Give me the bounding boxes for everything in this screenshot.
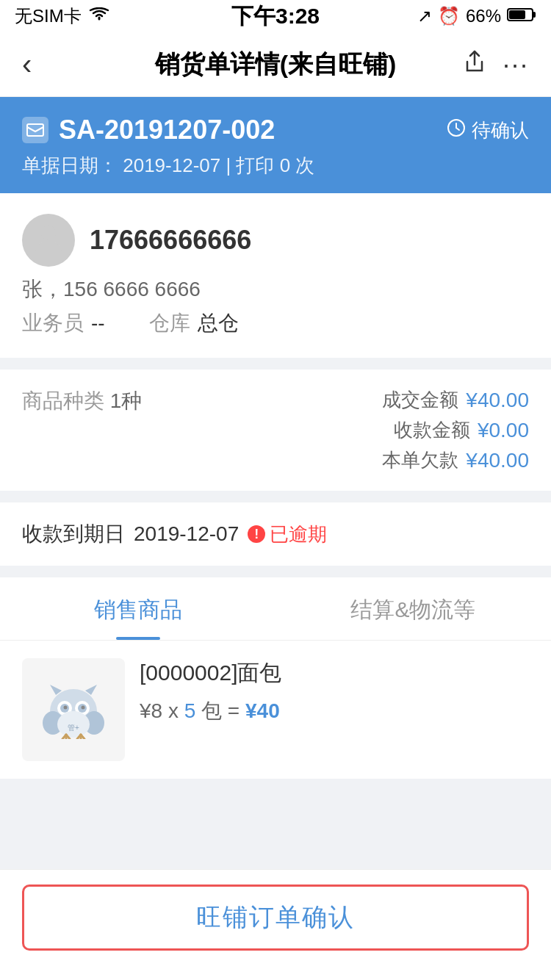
nav-bar: ‹ 销货单详情(来自旺铺) ··· (0, 32, 551, 97)
svg-rect-2 (509, 10, 525, 19)
amount-value-1: ¥0.00 (478, 419, 529, 442)
due-label: 收款到期日 (22, 520, 125, 548)
avatar-icon (31, 220, 66, 262)
order-header: SA-20191207-002 待确认 单据日期： 2019-12-07 | 打… (0, 97, 551, 193)
tabs-header: 销售商品 结算&物流等 (0, 577, 551, 641)
tab-sales-products[interactable]: 销售商品 (0, 577, 276, 640)
amount-row-2: 本单欠款 ¥40.00 (382, 447, 529, 473)
alarm-icon: ⏰ (438, 6, 460, 26)
order-id-icon (22, 117, 48, 143)
order-status: 待确认 (447, 118, 529, 143)
customer-name-detail: 张，156 6666 6666 (22, 275, 529, 303)
svg-rect-1 (533, 12, 536, 18)
status-text: 待确认 (472, 118, 529, 143)
warehouse-item: 仓库 总仓 (149, 309, 239, 337)
amount-value-0: ¥40.00 (466, 389, 529, 412)
overdue-badge: ! 已逾期 (248, 522, 327, 547)
amount-row-1: 收款金额 ¥0.00 (394, 417, 529, 443)
svg-point-5 (41, 226, 56, 240)
amount-label-2: 本单欠款 (382, 447, 458, 473)
order-id-section: SA-20191207-002 (22, 115, 275, 145)
bottom-bar: 旺铺订单确认 (0, 869, 551, 980)
summary-section: 商品种类 1种 成交金额 ¥40.00 收款金额 ¥0.00 本单欠款 ¥40.… (0, 370, 551, 491)
order-date: 单据日期： 2019-12-07 | 打印 0 次 (22, 153, 529, 179)
total-price: ¥40 (245, 699, 280, 722)
amount-value-2: ¥40.00 (466, 449, 529, 472)
due-section: 收款到期日 2019-12-07 ! 已逾期 (0, 502, 551, 566)
product-info: [0000002]面包 ¥8 x 5 包 = ¥40 (140, 658, 529, 725)
overdue-icon: ! (248, 525, 265, 543)
product-thumbnail: 管+ (22, 658, 125, 761)
amount-row-0: 成交金额 ¥40.00 (382, 387, 529, 413)
product-type-value: 1种 (110, 389, 143, 412)
battery-text: 66% (466, 6, 501, 26)
customer-meta: 业务员 -- 仓库 总仓 (22, 309, 529, 337)
share-icon[interactable] (461, 48, 488, 81)
order-id-text: SA-20191207-002 (59, 115, 275, 145)
product-type-item: 商品种类 1种 (22, 387, 142, 415)
tab-settlement[interactable]: 结算&物流等 (276, 577, 551, 640)
carrier-text: 无SIM卡 (15, 4, 82, 28)
status-right: ↗ ⏰ 66% (417, 6, 536, 26)
svg-point-13 (64, 706, 68, 710)
svg-text:管+: 管+ (68, 724, 79, 732)
unit-price: ¥8 (140, 699, 162, 722)
product-section: 管+ [0000002]面包 ¥8 x 5 包 = ¥40 (0, 641, 551, 779)
product-price: ¥8 x 5 包 = ¥40 (140, 697, 529, 725)
customer-phone: 17666666666 (90, 225, 251, 256)
summary-left: 商品种类 1种 (22, 387, 142, 415)
back-button[interactable]: ‹ (22, 48, 32, 81)
warehouse-value: 总仓 (198, 309, 239, 337)
summary-right: 成交金额 ¥40.00 收款金额 ¥0.00 本单欠款 ¥40.00 (382, 387, 529, 473)
status-left: 无SIM卡 (15, 4, 109, 28)
sales-item: 业务员 -- (22, 309, 105, 337)
svg-rect-3 (27, 124, 43, 136)
equals-sign: = (228, 699, 245, 722)
svg-point-14 (82, 706, 85, 710)
battery-icon (507, 6, 536, 26)
confirm-button[interactable]: 旺铺订单确认 (22, 884, 529, 951)
sales-value: -- (91, 311, 105, 335)
unit-label: 包 (201, 699, 222, 722)
customer-row: 17666666666 (22, 214, 529, 267)
more-icon[interactable]: ··· (503, 49, 529, 80)
amount-label-1: 收款金额 (394, 417, 470, 443)
wifi-icon (89, 6, 109, 26)
avatar (22, 214, 75, 267)
warehouse-label: 仓库 (149, 309, 190, 337)
product-name: [0000002]面包 (140, 658, 529, 688)
status-clock-icon (447, 118, 466, 143)
overdue-text: 已逾期 (270, 522, 327, 547)
sales-label: 业务员 (22, 309, 84, 337)
status-time: 下午3:28 (231, 1, 320, 32)
price-separator: x (168, 699, 184, 722)
tabs-section: 销售商品 结算&物流等 (0, 577, 551, 779)
due-date-value: 2019-12-07 (134, 522, 239, 546)
status-bar: 无SIM卡 下午3:28 ↗ ⏰ 66% (0, 0, 551, 32)
nav-actions: ··· (461, 48, 529, 81)
order-header-top: SA-20191207-002 待确认 (22, 115, 529, 145)
location-icon: ↗ (417, 6, 432, 26)
customer-section: 17666666666 张，156 6666 6666 业务员 -- 仓库 总仓 (0, 193, 551, 358)
amount-label-0: 成交金额 (382, 387, 458, 413)
page-title: 销货单详情(来自旺铺) (155, 48, 397, 82)
product-type-label: 商品种类 (22, 389, 104, 412)
quantity: 5 (184, 699, 196, 722)
